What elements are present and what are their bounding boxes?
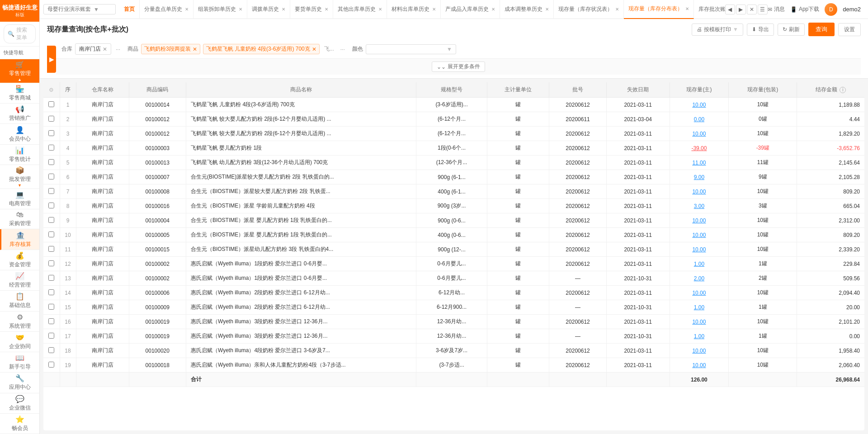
- sidebar-item-ecommerce[interactable]: 💻 电商管理: [0, 189, 39, 209]
- nav-menu-btn[interactable]: ☰: [758, 5, 768, 14]
- refresh-button[interactable]: ↻ 刷新: [778, 24, 805, 36]
- sidebar-item-guide[interactable]: 📖 新手引导: [0, 352, 39, 373]
- sidebar-item-wechat[interactable]: 💬 企业微信: [0, 393, 39, 414]
- balance-info-icon[interactable]: i: [840, 87, 846, 93]
- warehouse-input[interactable]: 南岸门店 ✕: [75, 43, 111, 55]
- tab-product-in[interactable]: 产成品入库单历史 ✕: [441, 0, 500, 19]
- cell-qty-main[interactable]: 11.00: [670, 156, 729, 170]
- nav-close-all-btn[interactable]: ✕: [747, 5, 757, 14]
- query-button[interactable]: 查询: [808, 23, 835, 36]
- row-checkbox[interactable]: [48, 188, 54, 194]
- message-button[interactable]: ✉ 消息: [768, 5, 785, 13]
- cell-qty-main[interactable]: 1.00: [670, 257, 729, 271]
- cell-qty-main[interactable]: 10.00: [670, 213, 729, 228]
- cell-checkbox[interactable]: [43, 199, 60, 213]
- tab-current-qty1[interactable]: 现存量（库存状况表） ✕: [554, 0, 624, 19]
- cell-checkbox[interactable]: [43, 300, 60, 315]
- tab-close-icon[interactable]: ✕: [432, 7, 436, 12]
- cell-checkbox[interactable]: [43, 271, 60, 286]
- cell-qty-main[interactable]: 10.00: [670, 228, 729, 242]
- cell-qty-main[interactable]: -39.00: [670, 141, 729, 156]
- settings-button[interactable]: 设置: [838, 23, 861, 36]
- sidebar-item-system[interactable]: ⚙ 系统管理: [0, 311, 39, 332]
- sidebar-item-wholesale[interactable]: 📦 批发管理 ▼: [0, 165, 39, 189]
- row-checkbox[interactable]: [48, 159, 54, 165]
- sidebar-item-finance[interactable]: 💰 资金管理: [0, 250, 39, 270]
- cell-checkbox[interactable]: [43, 286, 60, 300]
- row-checkbox[interactable]: [48, 318, 54, 324]
- settings-gear-icon[interactable]: ⚙: [49, 87, 54, 93]
- cell-checkbox[interactable]: [43, 170, 60, 184]
- export-button[interactable]: ⬇ 导出: [747, 24, 774, 36]
- cell-qty-main[interactable]: 10.00: [670, 344, 729, 358]
- tab-other-out[interactable]: 其他出库单历史 ✕: [333, 0, 387, 19]
- row-checkbox[interactable]: [48, 275, 54, 281]
- col-settings[interactable]: ⚙: [43, 82, 60, 98]
- row-checkbox[interactable]: [48, 231, 54, 237]
- tab-home[interactable]: 首页: [119, 0, 140, 19]
- row-checkbox[interactable]: [48, 203, 54, 208]
- cell-checkbox[interactable]: [43, 358, 60, 373]
- row-checkbox[interactable]: [48, 174, 54, 179]
- tab-split-check[interactable]: 分量盘点单历史 ✕: [140, 0, 193, 19]
- row-checkbox[interactable]: [48, 347, 54, 353]
- row-checkbox[interactable]: [48, 217, 54, 223]
- cell-qty-main[interactable]: 10.00: [670, 98, 729, 112]
- sidebar-item-purchase[interactable]: 🛍 采购管理: [0, 209, 39, 230]
- row-checkbox[interactable]: [48, 304, 54, 310]
- cell-checkbox[interactable]: [43, 242, 60, 257]
- tab-close-icon[interactable]: ✕: [378, 7, 382, 12]
- tab-close-icon[interactable]: ✕: [325, 7, 328, 12]
- tab-close-icon[interactable]: ✕: [239, 7, 242, 12]
- tab-disassemble[interactable]: 组装拆卸单历史 ✕: [193, 0, 247, 19]
- quick-nav-item[interactable]: 快捷导航: [0, 47, 39, 59]
- warehouse-close-icon[interactable]: ✕: [103, 46, 107, 52]
- cell-qty-main[interactable]: 10.00: [670, 315, 729, 329]
- sidebar-item-appstore[interactable]: 🔧 应用中心: [0, 373, 39, 393]
- sidebar-item-enterprise[interactable]: 🤝 企业协同: [0, 332, 39, 352]
- app-download-button[interactable]: 📱 App下载: [790, 5, 819, 13]
- cell-checkbox[interactable]: [43, 184, 60, 199]
- tab-current-qty2[interactable]: 现存量（库存分布表） ✕: [624, 0, 694, 19]
- tag-close-icon[interactable]: ✕: [312, 46, 316, 52]
- product-more-btn[interactable]: ···: [339, 46, 347, 52]
- expand-more-btn[interactable]: ⌄⌄ 展开更多条件: [432, 61, 485, 72]
- cell-qty-main[interactable]: 9.00: [670, 170, 729, 184]
- tab-close-icon[interactable]: ✕: [282, 7, 285, 12]
- sidebar-item-vip[interactable]: ⭐ 畅会员: [0, 414, 39, 434]
- cell-qty-main[interactable]: 2.00: [670, 271, 729, 286]
- row-checkbox[interactable]: [48, 145, 54, 151]
- tab-order[interactable]: 要货单历史 ✕: [290, 0, 333, 19]
- cell-qty-main[interactable]: 10.00: [670, 184, 729, 199]
- warehouse-more-btn[interactable]: ···: [114, 46, 122, 52]
- sidebar-item-retail-stats[interactable]: 📊 零售统计: [0, 145, 39, 165]
- product-tag-1[interactable]: 飞鹤奶粉3段两提装 ✕: [141, 44, 200, 54]
- cell-checkbox[interactable]: [43, 141, 60, 156]
- tab-close-icon[interactable]: ✕: [615, 7, 619, 12]
- sidebar-item-retail-shop[interactable]: 🏪 零售商城: [0, 83, 39, 104]
- row-checkbox[interactable]: [48, 116, 54, 122]
- cell-checkbox[interactable]: [43, 127, 60, 141]
- cell-checkbox[interactable]: [43, 228, 60, 242]
- cell-qty-main[interactable]: 1.00: [670, 329, 729, 344]
- cell-checkbox[interactable]: [43, 315, 60, 329]
- cell-checkbox[interactable]: [43, 344, 60, 358]
- cell-qty-main[interactable]: 10.00: [670, 127, 729, 141]
- cell-qty-main[interactable]: 10.00: [670, 286, 729, 300]
- row-checkbox[interactable]: [48, 260, 54, 266]
- cell-qty-main[interactable]: 3.00: [670, 199, 729, 213]
- print-button[interactable]: 🖨 按模板打印 ▼: [692, 24, 743, 36]
- tab-cost-adjust[interactable]: 成本调整单历史 ✕: [500, 0, 554, 19]
- filter-toggle-btn[interactable]: ▶: [47, 46, 56, 73]
- row-checkbox[interactable]: [48, 130, 54, 136]
- search-menu-area[interactable]: 🔍 搜索菜单: [0, 22, 39, 47]
- product-more-text[interactable]: 飞...: [322, 45, 336, 53]
- sidebar-item-operations[interactable]: 📈 经营管理: [0, 270, 39, 291]
- sidebar-item-member[interactable]: 👤 会员中心: [0, 124, 39, 144]
- tab-close-icon[interactable]: ✕: [545, 7, 549, 12]
- cell-qty-main[interactable]: 10.00: [670, 242, 729, 257]
- nav-next-btn[interactable]: ▶: [736, 5, 746, 14]
- nav-prev-btn[interactable]: ◀: [725, 5, 735, 14]
- row-checkbox[interactable]: [48, 246, 54, 252]
- sidebar-item-marketing[interactable]: 📢 营销推广: [0, 104, 39, 124]
